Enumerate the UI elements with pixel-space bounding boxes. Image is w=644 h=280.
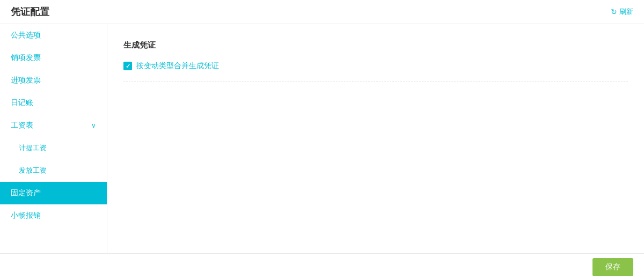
sidebar-item-expense-report[interactable]: 小畅报销	[0, 204, 107, 227]
chevron-down-icon: ∨	[91, 122, 96, 129]
merge-by-type-checkbox[interactable]: ✓	[123, 62, 132, 70]
checkbox-row: ✓ 按变动类型合并生成凭证	[123, 61, 628, 71]
header: 凭证配置 ↻ 刷新	[0, 0, 644, 24]
sidebar-item-label: 小畅报销	[11, 211, 41, 220]
sidebar-item-payroll-distribute[interactable]: 发放工资	[0, 159, 107, 182]
sidebar-item-label: 日记账	[11, 98, 33, 108]
checkmark-icon: ✓	[126, 63, 130, 70]
sidebar-item-label: 工资表	[11, 121, 33, 130]
sidebar-item-label: 销项发票	[11, 53, 41, 63]
section-divider	[123, 82, 628, 82]
sidebar-item-label: 固定资产	[11, 188, 41, 198]
refresh-label: 刷新	[619, 7, 633, 17]
page-wrapper: 凭证配置 ↻ 刷新 公共选项 销项发票 进项发票 日记账 工资表 ∨	[0, 0, 644, 280]
section-title: 生成凭证	[123, 40, 628, 50]
sidebar-item-label: 计提工资	[19, 143, 47, 153]
sidebar-item-payroll-table[interactable]: 工资表 ∨	[0, 114, 107, 137]
sidebar-item-payroll-calc[interactable]: 计提工资	[0, 137, 107, 159]
sidebar-item-label: 发放工资	[19, 166, 47, 175]
sidebar: 公共选项 销项发票 进项发票 日记账 工资表 ∨ 计提工资 发放工资 固定资	[0, 24, 107, 253]
sidebar-item-sales-invoice[interactable]: 销项发票	[0, 47, 107, 69]
main-content: 生成凭证 ✓ 按变动类型合并生成凭证	[107, 24, 644, 253]
checkbox-label[interactable]: 按变动类型合并生成凭证	[136, 61, 219, 71]
footer: 保存	[0, 253, 644, 280]
sidebar-item-journal[interactable]: 日记账	[0, 92, 107, 114]
refresh-icon: ↻	[611, 8, 617, 16]
sidebar-item-purchase-invoice[interactable]: 进项发票	[0, 69, 107, 92]
page-title: 凭证配置	[11, 5, 49, 18]
body: 公共选项 销项发票 进项发票 日记账 工资表 ∨ 计提工资 发放工资 固定资	[0, 24, 644, 253]
sidebar-item-label: 进项发票	[11, 76, 41, 85]
refresh-button[interactable]: ↻ 刷新	[611, 7, 633, 17]
sidebar-item-fixed-assets[interactable]: 固定资产	[0, 182, 107, 204]
save-button[interactable]: 保存	[592, 258, 633, 276]
sidebar-item-label: 公共选项	[11, 31, 41, 40]
sidebar-item-public-options[interactable]: 公共选项	[0, 24, 107, 47]
